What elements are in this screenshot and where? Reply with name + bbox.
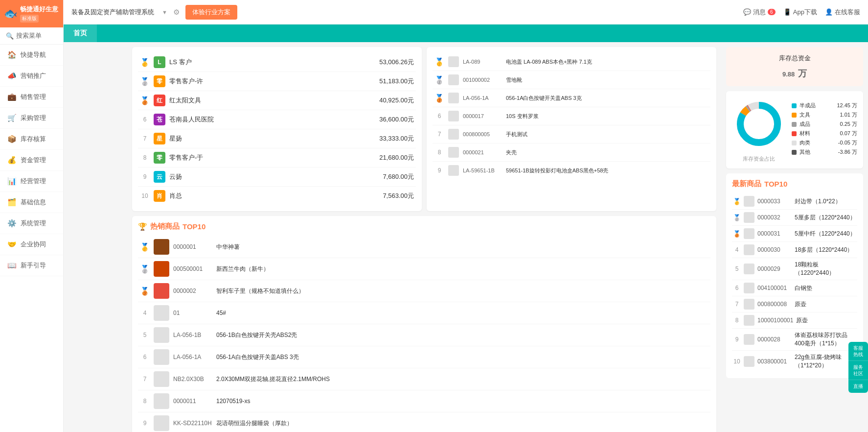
latest-img [744,196,754,207]
sidebar-label-0: 快捷导航 [21,50,46,59]
product-ranking-row: 🥉 LA-056-1A 056-1A白色按键开关盖ABS 3克 [433,89,710,107]
latest-img [744,244,754,255]
latest-img [744,264,754,274]
hot-products-list: 🥇 0000001 中华神薯 🥈 000500001 新西兰牛肉（新牛） 🥉 0… [138,236,710,432]
rank-num: 6 [140,354,150,360]
legend-value: 0.25 万 [840,120,857,128]
sidebar-item-purchase[interactable]: 🛒 采购管理 [0,108,63,129]
sidebar-item-guide[interactable]: 📖 新手引导 [0,255,63,276]
product-code: 0000001 [173,243,212,250]
latest-top10: TOP10 [764,180,787,188]
finance-icon: 💰 [7,156,17,165]
rank-badge: L [154,56,165,68]
legend-item: 成品 0.25 万 [792,120,857,128]
sales-ranking-row: 🥇 L LS 客户 53,006.26元 [138,53,416,72]
latest-name: 18颗粒板（1220*2440） [795,261,856,277]
trial-button[interactable]: 体验行业方案 [185,5,237,20]
float-btn-live[interactable]: 直播 [848,380,868,393]
sidebar-item-finance[interactable]: 💰 资金管理 [0,150,63,171]
sidebar-item-basic-info[interactable]: 🗂️ 基础信息 [0,192,63,213]
sidebar-item-quick-nav[interactable]: 🏠 快捷导航 [0,45,63,66]
rank-medal-icon: 🥇 [733,198,741,205]
latest-rank: 8 [733,317,741,324]
sales-ranking-card: 🥇 L LS 客户 53,006.26元 🥈 零 零售客户-许 51,183.0… [132,47,422,211]
latest-rank: 6 [733,285,741,291]
tab-home[interactable]: 首页 [64,24,97,42]
product-name: 电池盖 LA-089 ABS本色+黑种 7.1克 [506,58,708,66]
product-name: 智利车子里（规格不知道填什么） [216,287,708,295]
app-name: 畅捷通好生意 [20,5,58,14]
latest-rank: 4 [733,246,741,253]
hot-product-row: 🥈 000500001 新西兰牛肉（新牛） [138,258,710,280]
search-icon: 🔍 [6,32,14,40]
hot-product-row: 4 01 45# [138,302,710,324]
legend-dot [792,113,797,118]
latest-name: 封边带（1.0*22） [795,197,856,206]
inventory-amount-value: 9.88 [782,71,795,78]
message-btn[interactable]: 💬 消息 6 [743,8,776,17]
sidebar-item-operations[interactable]: 📊 经营管理 [0,171,63,192]
product-code: 000500001 [173,265,212,272]
inventory-icon: 📦 [7,135,17,144]
sidebar-label-9: 企业协同 [21,240,46,249]
inventory-title: 库存总资金 [734,54,855,63]
gear-icon[interactable]: ⚙ [173,8,180,17]
legend-value: 1.01 万 [840,111,857,119]
legend-item: 其他 -3.86 万 [792,148,857,156]
sidebar-item-system[interactable]: ⚙️ 系统管理 [0,213,63,234]
sidebar-label-1: 营销推广 [21,72,46,80]
rank-medal-icon: 🥈 [434,75,444,85]
rank-amount: 33,333.00元 [379,134,414,143]
sidebar: 🐟 畅捷通好生意 标准版 🔍 搜索菜单 🏠 快捷导航 📣 营销推广 💼 销售管理… [0,0,64,432]
sidebar-item-sales[interactable]: 💼 销售管理 [0,87,63,108]
float-btn-service[interactable]: 客服 热线 [848,342,868,361]
online-service-btn[interactable]: 👤 在线客服 [825,8,860,17]
legend-name: 材料 [799,130,837,137]
rank-num: 10 [140,192,150,199]
dropdown-arrow[interactable]: ▼ [162,9,167,15]
latest-img [744,315,754,326]
product-thumb [154,261,169,277]
latest-code: 0000031 [757,230,792,237]
product-name: 夹壳 [506,149,708,156]
left-panel [64,42,127,432]
product-ranking-row: 🥇 LA-089 电池盖 LA-089 ABS本色+黑种 7.1克 [433,53,710,71]
rank-badge: 星 [154,133,165,144]
product-ranking-row: 7 000800005 手机测试 [433,125,710,144]
product-name: 中华神薯 [216,243,708,251]
legend-value: 12.45 万 [837,102,857,109]
latest-img [744,356,754,367]
rank-amount: 7,680.00元 [383,172,414,181]
search-menu[interactable]: 🔍 搜索菜单 [0,27,63,45]
latest-product-row: 🥈 0000032 5厘多层（1220*2440） [732,210,857,226]
latest-code: 10000100001 [757,317,793,324]
latest-name: 22g鱼豆腐-烧烤味（1*12*20） [795,353,856,370]
rank-amount: 40,925.00元 [379,96,414,105]
app-logo: 🐟 畅捷通好生意 标准版 [0,0,63,27]
rank-num: 7 [434,131,444,138]
product-ranking-row: 9 LA-59651-1B 59651-1B旋转投影灯电池盒ABS黑色+58壳 [433,162,710,179]
latest-img [744,212,754,223]
product-thumb [154,305,169,321]
legend-item: 半成品 12.45 万 [792,102,857,109]
product-code: 0000021 [463,149,502,155]
home-icon: 🏠 [7,50,17,59]
rank-name: 云扬 [169,172,379,181]
sidebar-item-enterprise[interactable]: 🤝 企业协同 [0,234,63,255]
product-code: LA-056-1A [173,354,212,360]
product-img-placeholder [448,74,459,85]
app-download-btn[interactable]: 📱 App下载 [783,8,817,17]
hot-product-row: 9 KK-SD22110H 花语萌恒温分腿睡袋（厚款） [138,412,710,432]
message-icon: 💬 [743,8,751,16]
app-badge: 标准版 [20,15,39,23]
sidebar-item-marketing[interactable]: 📣 营销推广 [0,66,63,87]
sidebar-item-inventory[interactable]: 📦 库存核算 [0,129,63,150]
hot-products-title-text: 热销商品 [150,222,180,231]
latest-title-text: 最新商品 [732,179,761,189]
latest-name: 白钢垫 [795,284,856,292]
legend-name: 其他 [799,148,835,156]
product-thumb [154,371,169,387]
latest-name: 18多层（1220*2440） [795,246,856,254]
float-btn-community[interactable]: 服务 社区 [848,361,868,380]
latest-code: 004100001 [757,285,792,291]
